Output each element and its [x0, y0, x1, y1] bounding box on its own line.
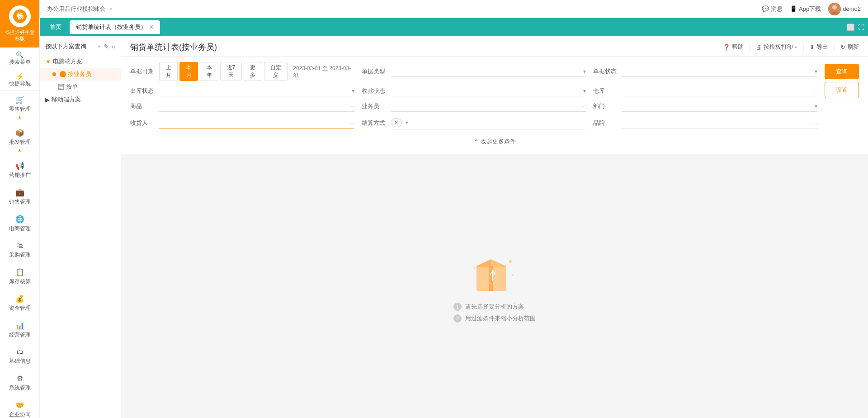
- receiver-input[interactable]: ···: [159, 118, 354, 128]
- messages-btn[interactable]: 💬 消息: [762, 5, 783, 13]
- date-btn-current-year[interactable]: 本年: [200, 62, 218, 81]
- collapse-panel-btn[interactable]: «: [112, 43, 115, 50]
- export-btn[interactable]: ⬇ 导出: [810, 43, 828, 51]
- date-btn-7days[interactable]: 近7天: [220, 62, 241, 81]
- tab-bar: 首页 销货单统计表（按业务员） ✕ ⬜ ⛶: [40, 18, 868, 36]
- filter-payment-group: 收款状态 ▾: [354, 86, 593, 96]
- download-icon: 📱: [790, 5, 797, 12]
- date-controls: 上月 本月 本年 近7天 更多 自定义 2023-03-01 至 2023-03…: [159, 62, 354, 81]
- brand-label: 品牌: [593, 119, 622, 127]
- retail-icon: 🛒: [15, 95, 24, 104]
- filter-warehouse-group: 仓库 ···: [593, 86, 817, 96]
- brand-dots: ···: [812, 119, 817, 126]
- help-icon: ❓: [723, 44, 730, 51]
- settlement-select[interactable]: × ▾: [391, 116, 586, 129]
- query-button[interactable]: 查询: [825, 64, 859, 79]
- edit-scheme-btn[interactable]: ✎: [104, 43, 109, 50]
- window-restore-btn[interactable]: ⬜: [847, 24, 854, 31]
- collapse-btn[interactable]: ⌃ 收起更多条件: [467, 135, 523, 148]
- refresh-icon: ↻: [840, 44, 845, 51]
- doc-status-arrow: ▾: [815, 68, 817, 75]
- dept-label: 部门: [593, 102, 622, 110]
- print-icon: 🖨: [756, 44, 762, 51]
- doc-type-select[interactable]: ▾: [391, 66, 586, 77]
- finance-icon: 💰: [15, 294, 24, 303]
- sidebar-item-enterprise[interactable]: 🤝 企业协同: [0, 396, 39, 418]
- content-area: 1 请先选择要分析的方案 2 用过滤条件来缩小分析范围: [121, 154, 868, 418]
- svg-point-5: [60, 71, 66, 77]
- salesperson-dots: ···: [581, 103, 586, 109]
- sidebar-item-system[interactable]: ⚙ 系统管理: [0, 370, 39, 396]
- help-btn[interactable]: ❓ 帮助: [723, 43, 744, 51]
- goods-input[interactable]: ···: [159, 101, 354, 112]
- warehouse-dots: ···: [812, 87, 817, 94]
- filter-row-3: 商品 ··· 业务员 ···: [130, 101, 817, 112]
- brand-input[interactable]: ···: [622, 118, 817, 128]
- filter-top-row: 单据日期 上月 本月 本年 近7天 更多 自定义 2023-03-01 至 20…: [130, 62, 859, 131]
- sidebar-search[interactable]: 🔍 搜索菜单: [0, 48, 39, 70]
- sidebar-item-operations[interactable]: 📊 经营管理: [0, 317, 39, 343]
- settings-button[interactable]: 设置: [825, 82, 859, 98]
- sidebar-item-wholesale[interactable]: 📦 批发管理 ▲: [0, 124, 39, 157]
- sidebar-quick-nav[interactable]: ⚡ 快捷导航: [0, 70, 39, 91]
- user-avatar[interactable]: demo2: [828, 3, 861, 15]
- header-breadcrumb: 办公用品行业模拟账套 ▾: [47, 5, 113, 13]
- step-2-text: 用过滤条件来缩小分析范围: [465, 314, 536, 323]
- breadcrumb-text: 办公用品行业模拟账套: [47, 5, 106, 13]
- sidebar-item-sales[interactable]: 💼 销售管理: [0, 184, 39, 210]
- payment-select[interactable]: ▾: [391, 86, 586, 96]
- app-download-btn[interactable]: 📱 App下载: [790, 5, 821, 13]
- tree-salesperson-item[interactable]: 按业务员: [40, 68, 121, 81]
- stock-select[interactable]: ▾: [159, 86, 354, 96]
- receiver-dots: ···: [349, 119, 354, 126]
- tree-pc-section[interactable]: ▼ 电脑端方案: [40, 55, 121, 68]
- doc-status-select[interactable]: ▾: [622, 66, 817, 77]
- main-content: 办公用品行业模拟账套 ▾ 💬 消息 📱 App下载 demo2 首页: [40, 0, 868, 418]
- tab-home[interactable]: 首页: [43, 20, 68, 34]
- top-header: 办公用品行业模拟账套 ▾ 💬 消息 📱 App下载 demo2: [40, 0, 868, 18]
- refresh-btn[interactable]: ↻ 刷新: [840, 43, 859, 51]
- empty-box-svg: [467, 250, 522, 295]
- tab-sales-stats[interactable]: 销货单统计表（按业务员） ✕: [70, 20, 160, 34]
- date-btn-current-month[interactable]: 本月: [179, 62, 198, 81]
- filter-date-group: 单据日期 上月 本月 本年 近7天 更多 自定义 2023-03-01 至 20…: [130, 62, 354, 81]
- sidebar-item-inventory[interactable]: 📋 库存核算: [0, 263, 39, 290]
- sidebar-item-finance[interactable]: 💰 资金管理: [0, 290, 39, 317]
- tree-order-item[interactable]: 按单: [40, 81, 121, 93]
- date-btn-more[interactable]: 更多: [244, 62, 262, 81]
- breadcrumb-arrow: ▾: [109, 5, 113, 12]
- sidebar-item-purchase[interactable]: 🛍 采购管理: [0, 237, 39, 263]
- page-body: 按以下方案查询 + ✎ « ▼ 电脑端方案 按业务员: [40, 36, 868, 418]
- sidebar-item-marketing[interactable]: 📢 营销推广: [0, 157, 39, 184]
- warehouse-label: 仓库: [593, 87, 622, 95]
- tab-close-btn[interactable]: ✕: [149, 24, 154, 30]
- warehouse-input[interactable]: ···: [622, 86, 817, 96]
- tree-mobile-section[interactable]: ▶ 移动端方案: [40, 93, 121, 106]
- collapse-chevron: ⌃: [474, 138, 479, 145]
- filter-buttons: 查询 设置: [825, 62, 859, 98]
- tree-mobile-label: 移动端方案: [52, 95, 81, 104]
- settlement-tag: ×: [391, 118, 402, 127]
- dept-select[interactable]: ▾: [622, 101, 817, 112]
- collapse-row: ⌃ 收起更多条件: [130, 135, 859, 148]
- date-btn-last-month[interactable]: 上月: [159, 62, 178, 81]
- svg-point-13: [509, 260, 512, 263]
- salesperson-input[interactable]: ···: [391, 101, 586, 112]
- empty-steps: 1 请先选择要分析的方案 2 用过滤条件来缩小分析范围: [453, 303, 536, 323]
- filter-brand-group: 品牌 ···: [593, 118, 817, 128]
- empty-step-2: 2 用过滤条件来缩小分析范围: [453, 314, 536, 323]
- window-expand-btn[interactable]: ⛶: [858, 24, 864, 31]
- svg-text:畅: 畅: [16, 12, 24, 20]
- date-label: 单据日期: [130, 67, 159, 76]
- enterprise-icon: 🤝: [15, 401, 24, 409]
- add-scheme-btn[interactable]: +: [97, 43, 101, 50]
- sidebar-item-retail[interactable]: 🛒 零售管理 ▲: [0, 91, 39, 124]
- tree-mobile-expand-icon: ▶: [45, 96, 50, 103]
- date-btn-custom[interactable]: 自定义: [264, 62, 288, 81]
- left-panel: 按以下方案查询 + ✎ « ▼ 电脑端方案 按业务员: [40, 36, 121, 418]
- window-controls: ⬜ ⛶: [847, 24, 864, 31]
- sidebar-item-ecommerce[interactable]: 🌐 电商管理: [0, 210, 39, 237]
- sidebar-logo: 畅 畅捷通好生意 标版: [0, 0, 39, 48]
- print-btn[interactable]: 🖨 按模板打印 ▾: [756, 43, 797, 51]
- sidebar-item-basic[interactable]: 🗂 基础信息: [0, 343, 39, 370]
